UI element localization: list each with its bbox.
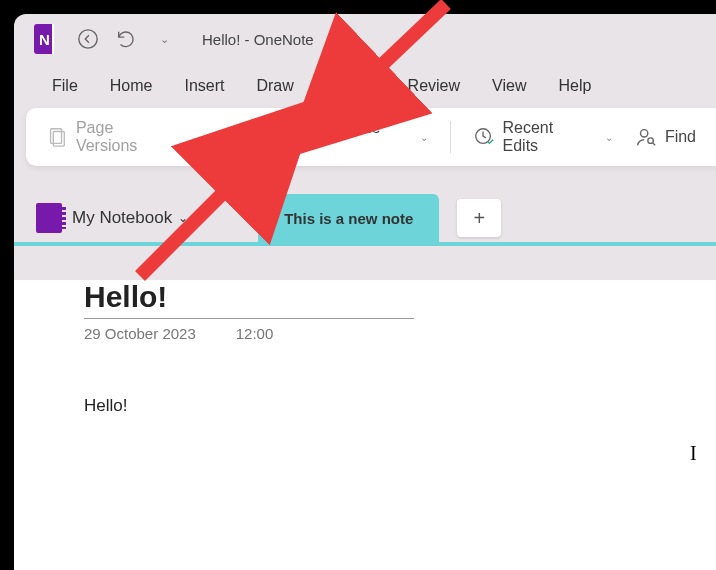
recycle-bin-label: Notebook Recycle Bin xyxy=(251,119,408,155)
trash-icon xyxy=(221,126,243,148)
page-title[interactable]: Hello! xyxy=(84,280,716,314)
svg-point-0 xyxy=(79,30,97,48)
notebook-recycle-bin-button[interactable]: Notebook Recycle Bin ⌄ xyxy=(215,115,434,159)
page-versions-label: Page Versions xyxy=(76,119,179,155)
undo-button[interactable] xyxy=(112,25,140,53)
menu-bar: File Home Insert Draw History Review Vie… xyxy=(14,64,716,108)
notebook-icon xyxy=(36,203,62,233)
ribbon-separator xyxy=(450,121,451,153)
back-button[interactable] xyxy=(74,25,102,53)
chevron-down-icon: ⌄ xyxy=(178,211,188,225)
page-versions-button[interactable]: Page Versions ⌄ xyxy=(40,115,205,159)
undo-icon xyxy=(115,28,137,50)
onenote-app-icon xyxy=(34,24,64,54)
window-title: Hello! - OneNote xyxy=(202,31,314,48)
onenote-window: ⌄ Hello! - OneNote File Home Insert Draw… xyxy=(14,14,716,570)
chevron-down-icon: ⌄ xyxy=(605,132,613,143)
svg-point-5 xyxy=(648,138,654,144)
recent-edits-button[interactable]: Recent Edits ⌄ xyxy=(467,115,619,159)
page-versions-icon xyxy=(46,126,68,148)
title-underline xyxy=(84,318,414,319)
plus-icon: + xyxy=(474,207,486,230)
menu-home[interactable]: Home xyxy=(96,69,167,103)
add-section-button[interactable]: + xyxy=(457,199,501,237)
menu-view[interactable]: View xyxy=(478,69,540,103)
menu-help[interactable]: Help xyxy=(544,69,605,103)
text-cursor: I xyxy=(690,442,692,462)
page-datetime: 29 October 2023 12:00 xyxy=(84,325,716,342)
section-tab[interactable]: This is a new note xyxy=(258,194,439,242)
note-page[interactable]: Hello! 29 October 2023 12:00 Hello! I xyxy=(14,280,716,570)
page-date: 29 October 2023 xyxy=(84,325,196,342)
chevron-down-icon: ⌄ xyxy=(420,132,428,143)
arrow-left-icon xyxy=(77,28,99,50)
ribbon: Page Versions ⌄ Notebook Recycle Bin ⌄ R… xyxy=(26,108,716,166)
menu-history[interactable]: History xyxy=(312,69,390,103)
menu-review[interactable]: Review xyxy=(394,69,474,103)
chevron-down-icon: ⌄ xyxy=(191,132,199,143)
menu-file[interactable]: File xyxy=(38,69,92,103)
menu-insert[interactable]: Insert xyxy=(170,69,238,103)
section-tab-label: This is a new note xyxy=(284,210,413,227)
find-label: Find xyxy=(665,128,696,146)
qat-dropdown[interactable]: ⌄ xyxy=(150,25,178,53)
page-time: 12:00 xyxy=(236,325,274,342)
menu-draw[interactable]: Draw xyxy=(242,69,307,103)
svg-point-4 xyxy=(640,130,647,137)
recent-edits-label: Recent Edits xyxy=(503,119,593,155)
notebook-name: My Notebook xyxy=(72,208,172,228)
title-bar: ⌄ Hello! - OneNote xyxy=(14,14,716,64)
notebook-bar: My Notebook ⌄ This is a new note + xyxy=(14,194,716,242)
notebook-dropdown[interactable]: My Notebook ⌄ xyxy=(72,208,188,228)
person-search-icon xyxy=(635,126,657,148)
find-by-author-button[interactable]: Find xyxy=(629,122,702,152)
section-divider xyxy=(14,242,716,246)
note-body[interactable]: Hello! xyxy=(84,396,716,416)
clock-check-icon xyxy=(473,126,495,148)
